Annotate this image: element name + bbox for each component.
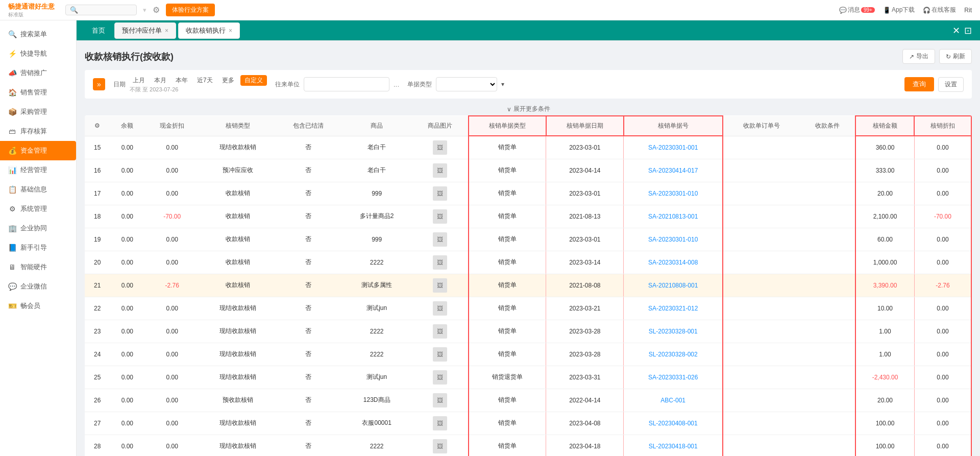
sidebar-item-marketing[interactable]: 📣 营销推广 (0, 63, 76, 83)
sidebar-item-finance[interactable]: 💰 资金管理 (0, 141, 76, 160)
cell-verify-doc-no[interactable]: SA-20230321-012 (624, 297, 723, 320)
row-num: 16 (85, 159, 110, 182)
col-settings[interactable]: ⚙ (85, 116, 110, 136)
home-icon: 🏠 (8, 88, 16, 97)
export-button[interactable]: ↗ 导出 (902, 49, 935, 64)
cell-goods-img: 🖼 (412, 159, 469, 182)
refresh-button[interactable]: ↻ 刷新 (939, 49, 972, 64)
tab-close-verify[interactable]: × (229, 27, 232, 34)
sidebar-item-search[interactable]: 🔍 搜索菜单 (0, 25, 76, 44)
top-search[interactable]: 🔍 (65, 5, 137, 15)
cell-verify-doc-type: 销货单 (469, 297, 546, 320)
tab-close-prepay[interactable]: × (165, 27, 168, 34)
sidebar-item-enterprise[interactable]: 🏢 企业协同 (0, 219, 76, 238)
table-wrapper: ⚙ 余额 现金折扣 核销类型 包含已结清 商品 商品图片 核销单据类型 核销单据… (85, 115, 972, 456)
cell-balance: 0.00 (110, 389, 145, 412)
cell-verify-doc-no[interactable]: SL-20230328-002 (624, 343, 723, 366)
cell-include-settled: 否 (276, 320, 341, 343)
cell-verify-doc-no[interactable]: ABC-001 (624, 389, 723, 412)
table-row: 240.000.00现结收款核销否2222🖼销货单2023-03-28SL-20… (85, 343, 971, 366)
cell-verify-doc-no[interactable]: SA-20230301-010 (624, 182, 723, 205)
cell-verify-doc-no[interactable]: SA-20230331-026 (624, 366, 723, 389)
cell-verify-doc-no[interactable]: SA-20230301-001 (624, 136, 723, 159)
message-icon: 💬 (839, 7, 847, 14)
sidebar-item-smart-hw[interactable]: 🖥 智能硬件 (0, 257, 76, 277)
cell-include-settled: 否 (276, 182, 341, 205)
counterparty-input[interactable] (304, 77, 389, 91)
cell-verify-doc-no[interactable]: SL-20230328-001 (624, 320, 723, 343)
cell-verify-doc-no[interactable]: SA-20230314-008 (624, 251, 723, 274)
cell-verify-doc-no[interactable]: SA-20230301-010 (624, 228, 723, 251)
cell-balance: 0.00 (110, 182, 145, 205)
setting-button[interactable]: 设置 (938, 77, 964, 92)
table-row: 190.000.00收款核销否999🖼销货单2023-03-01SA-20230… (85, 228, 971, 251)
row-num: 25 (85, 366, 110, 389)
online-service-item[interactable]: 🎧 在线客服 (923, 6, 956, 14)
sidebar-item-purchase[interactable]: 📦 采购管理 (0, 102, 76, 122)
cell-goods: 测试多属性 (341, 274, 412, 297)
cell-verify-discount: 0.00 (914, 159, 971, 182)
col-verify-discount: 核销折扣 (914, 116, 971, 136)
col-cash-discount: 现金折扣 (144, 116, 200, 136)
expand-more-btn[interactable]: ∨ 展开更多条件 (85, 103, 972, 115)
cell-verify-doc-no[interactable]: SA-20210808-001 (624, 274, 723, 297)
cell-receipt-condition (799, 320, 855, 343)
counterparty-filter: 往来单位 ... (275, 77, 400, 91)
table-row: 280.000.00现结收款核销否2222🖼销货单2023-04-18SL-20… (85, 435, 971, 456)
sidebar-item-inventory[interactable]: 🗃 库存核算 (0, 122, 76, 141)
sidebar-item-quick-nav[interactable]: ⚡ 快捷导航 (0, 44, 76, 63)
doc-type-label: 单据类型 (407, 80, 432, 89)
cell-verify-type: 收款核销 (200, 205, 276, 228)
cell-goods-img: 🖼 (412, 136, 469, 159)
date-label: 日期 (113, 80, 126, 89)
sidebar-item-member[interactable]: 🎫 畅会员 (0, 296, 76, 316)
gear-icon[interactable]: ⚙ (153, 5, 160, 15)
tab-prepay[interactable]: 预付冲应付单 × (114, 22, 176, 39)
cell-cash-discount: 0.00 (144, 251, 200, 274)
last-7days-btn[interactable]: 近7天 (194, 75, 216, 86)
app-download-item[interactable]: 📱 App下载 (883, 6, 915, 14)
counterparty-dots[interactable]: ... (394, 80, 400, 88)
more-date-btn[interactable]: 更多 (219, 75, 237, 86)
last-month-btn[interactable]: 上月 (130, 75, 148, 86)
filter-toggle-btn[interactable]: » (93, 78, 105, 90)
cell-include-settled: 否 (276, 297, 341, 320)
cell-verify-amount: 1.00 (855, 343, 914, 366)
col-receipt-condition: 收款条件 (799, 116, 855, 136)
this-month-btn[interactable]: 本月 (151, 75, 169, 86)
search-icon: 🔍 (8, 30, 16, 38)
tab-home[interactable]: 首页 (85, 23, 112, 38)
sidebar-item-operations[interactable]: 📊 经营管理 (0, 160, 76, 180)
tab-verify[interactable]: 收款核销执行 × (178, 22, 240, 39)
row-num: 21 (85, 274, 110, 297)
msg-item[interactable]: 💬 消息 99+ (839, 6, 875, 14)
cell-verify-doc-no[interactable]: SA-20210813-001 (624, 205, 723, 228)
user-name[interactable]: Rit (964, 7, 972, 14)
cell-cash-discount: 0.00 (144, 159, 200, 182)
query-button[interactable]: 查询 (904, 77, 934, 91)
sidebar-item-newbie[interactable]: 📘 新手引导 (0, 238, 76, 257)
sidebar-item-sales[interactable]: 🏠 销售管理 (0, 83, 76, 102)
cell-verify-doc-no[interactable]: SL-20230408-001 (624, 412, 723, 435)
cell-verify-doc-type: 销货单 (469, 343, 546, 366)
cell-verify-type: 预收款核销 (200, 389, 276, 412)
sidebar-item-basic-info[interactable]: 📋 基础信息 (0, 180, 76, 199)
cell-verify-doc-date: 2022-04-14 (546, 389, 624, 412)
sidebar-item-wechat[interactable]: 💬 企业微信 (0, 277, 76, 296)
app-logo: 畅捷通谱好生意 标准版 (8, 3, 59, 17)
col-verify-type: 核销类型 (200, 116, 276, 136)
headset-icon: 🎧 (923, 7, 930, 14)
cell-cash-discount: 0.00 (144, 435, 200, 456)
window-maximize-icon[interactable]: ⊡ (964, 25, 972, 36)
table-header-row: ⚙ 余额 现金折扣 核销类型 包含已结清 商品 商品图片 核销单据类型 核销单据… (85, 116, 971, 136)
cell-verify-doc-no[interactable]: SA-20230414-017 (624, 159, 723, 182)
custom-date-btn[interactable]: 自定义 (240, 75, 267, 86)
industry-btn[interactable]: 体验行业方案 (166, 4, 215, 16)
cell-verify-discount: 0.00 (914, 251, 971, 274)
table-row: 220.000.00现结收款核销否测试jun🖼销货单2023-03-21SA-2… (85, 297, 971, 320)
doc-type-select[interactable] (436, 77, 497, 91)
cell-verify-doc-no[interactable]: SL-20230418-001 (624, 435, 723, 456)
sidebar-item-system[interactable]: ⚙ 系统管理 (0, 199, 76, 219)
window-close-icon[interactable]: ✕ (952, 25, 960, 36)
this-year-btn[interactable]: 本年 (173, 75, 191, 86)
